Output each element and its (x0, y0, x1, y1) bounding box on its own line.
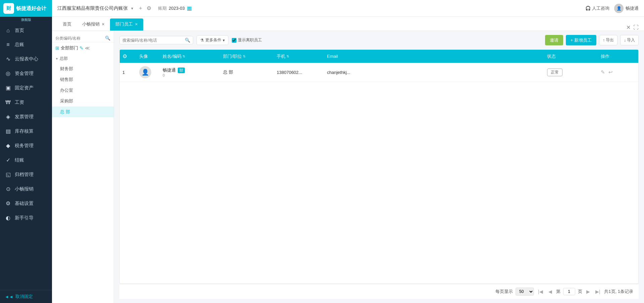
tab-close-all-icon[interactable]: ✕ (626, 24, 631, 31)
dept-collapse-icon[interactable]: ≪ (85, 45, 90, 51)
sidebar-item-tax[interactable]: ◆ 税务管理 (0, 138, 52, 153)
tab-expense-close[interactable]: ✕ (102, 22, 105, 27)
page-label: 页 (578, 289, 582, 295)
sidebar-item-expense[interactable]: ⊙ 小畅报销 (0, 182, 52, 196)
sidebar-item-checkout[interactable]: ✓ 结账 (0, 153, 52, 167)
sidebar-item-label: 资金管理 (15, 71, 34, 77)
tab-home[interactable]: 首页 (57, 18, 77, 31)
th-email: Email (324, 50, 544, 63)
user-menu[interactable]: 👤 畅捷通 (614, 4, 639, 13)
dept-edit-icon[interactable]: ✎ (79, 45, 84, 51)
sidebar-item-inventory[interactable]: ▤ 库存核算 (0, 124, 52, 138)
dept-action-icons: ✎ ≪ (79, 45, 90, 51)
sidebar-nav: ⌂ 首页 ≡ 总账 ∿ 云报表中心 ◎ 资金管理 ▣ 固定资产 ₩ 工资 ◈ 发… (0, 24, 52, 290)
invoice-icon: ◈ (5, 114, 11, 120)
table-row: 1 👤 畅捷通 部 0 总 部 138070602... (120, 63, 638, 82)
show-resigned-checkbox[interactable] (232, 38, 236, 43)
dept-item-purchase[interactable]: 采购部 (52, 96, 114, 106)
prev-page-button[interactable]: ◀ (547, 288, 553, 295)
sidebar-item-payroll[interactable]: ₩ 工资 (0, 95, 52, 110)
emp-search-icon[interactable]: 🔍 (185, 38, 190, 43)
th-dept-label: 部门/职位 (223, 53, 242, 59)
grid-icon: ⊞ (55, 45, 59, 51)
app-logo: 财 畅捷通好会计 (0, 0, 52, 17)
tab-expand-icon[interactable]: ⛶ (633, 25, 639, 31)
sidebar-item-archive[interactable]: ◱ 归档管理 (0, 167, 52, 182)
sidebar-item-settings[interactable]: ⚙ 基础设置 (0, 196, 52, 211)
period-value: 2023-03 (169, 6, 185, 11)
td-status: 正常 (544, 65, 598, 80)
reports-icon: ∿ (5, 56, 11, 62)
th-status: 状态 (544, 50, 598, 63)
emp-search-input[interactable] (122, 38, 183, 43)
topbar-settings-icon[interactable]: ⚙ (147, 5, 151, 11)
export-button[interactable]: ↑ 导出 (599, 35, 618, 45)
payroll-icon: ₩ (5, 99, 11, 105)
logout-icon[interactable]: ↩ (608, 69, 613, 75)
td-email: chanjethkj... (324, 67, 544, 78)
page-input[interactable] (563, 288, 575, 295)
page-size-select[interactable]: 50 10 20 100 (516, 288, 534, 296)
invite-button[interactable]: 邀请 (545, 35, 563, 45)
th-dept-position[interactable]: 部门/职位 ⇅ (220, 50, 274, 63)
th-settings[interactable]: ⚙ (120, 50, 137, 63)
cancel-pin-button[interactable]: ◄◄ 取消固定 (0, 290, 52, 303)
main-area: 江西服宝精品有限责任公司内账张 ▾ ＋ ⚙ 账期 2023-03 ▦ 🎧 人工咨… (52, 0, 644, 303)
sidebar-item-reports[interactable]: ∿ 云报表中心 (0, 52, 52, 66)
company-dropdown-icon[interactable]: ▾ (131, 6, 133, 11)
dept-tree: 总部 财务部 销售部 办公室 采购部 总 部 (52, 54, 114, 117)
page-di-label: 第 (556, 289, 560, 295)
add-emp-button[interactable]: + 新增员工 (566, 35, 596, 45)
sidebar-item-invoice[interactable]: ◈ 发票管理 (0, 110, 52, 124)
checkout-icon: ✓ (5, 157, 11, 163)
emp-search-box[interactable]: 🔍 (119, 36, 193, 44)
export-icon: ↑ (603, 38, 605, 43)
dept-item-general[interactable]: 总 部 (52, 106, 114, 117)
toolbar: 🔍 ⚗ 更多条件 ▾ 显示离职员工 邀请 + 新增员工 ↑ 导出 (119, 35, 639, 45)
tab-expense[interactable]: 小畅报销 ✕ (77, 18, 110, 31)
tab-dept-emp-close[interactable]: ✕ (135, 22, 138, 27)
dept-search-input[interactable] (55, 36, 103, 41)
td-dept: 总 部 (220, 66, 274, 79)
sidebar-item-fixed-assets[interactable]: ▣ 固定资产 (0, 81, 52, 95)
next-page-button[interactable]: ▶ (585, 288, 591, 295)
sidebar-item-fund[interactable]: ◎ 资金管理 (0, 66, 52, 81)
calendar-icon[interactable]: ▦ (187, 5, 192, 11)
filter-label: 更多条件 (205, 37, 221, 43)
dept-group-root[interactable]: 总部 (52, 54, 114, 63)
dept-search-box[interactable]: 🔍 (52, 34, 114, 42)
td-index: 1 (120, 67, 137, 78)
tabbar: 首页 小畅报销 ✕ 部门员工 ✕ ✕ ⛶ (52, 17, 644, 31)
sidebar-item-label: 固定资产 (15, 85, 34, 91)
th-phone[interactable]: 手机 ⇅ (274, 50, 324, 63)
last-page-button[interactable]: ▶| (594, 288, 602, 295)
dept-search-icon[interactable]: 🔍 (105, 36, 110, 41)
td-name-code: 畅捷通 部 0 (160, 64, 220, 81)
import-button[interactable]: ↓ 导入 (620, 35, 639, 45)
sidebar-item-general-ledger[interactable]: ≡ 总账 (0, 38, 52, 52)
fund-icon: ◎ (5, 70, 11, 77)
page-size-label: 每页显示 (495, 289, 513, 295)
archive-icon: ◱ (5, 171, 11, 178)
tab-home-label: 首页 (63, 21, 71, 27)
add-company-icon[interactable]: ＋ (138, 5, 143, 12)
all-dept-button[interactable]: ⊞ 全部部门 ✎ ≪ (52, 42, 114, 54)
dept-item-office[interactable]: 办公室 (52, 85, 114, 96)
tab-dept-emp[interactable]: 部门员工 ✕ (110, 18, 143, 31)
th-name-code[interactable]: 姓名/编码 ⇅ (160, 50, 220, 63)
expense-icon: ⊙ (5, 186, 11, 192)
first-page-button[interactable]: |◀ (537, 288, 544, 295)
sidebar-item-label: 发票管理 (15, 114, 34, 120)
dept-item-sales[interactable]: 销售部 (52, 74, 114, 85)
dept-item-finance[interactable]: 财务部 (52, 63, 114, 74)
sidebar-item-label: 总账 (15, 42, 24, 48)
right-panel: 🔍 ⚗ 更多条件 ▾ 显示离职员工 邀请 + 新增员工 ↑ 导出 (114, 31, 644, 303)
consult-button[interactable]: 🎧 人工咨询 (585, 5, 609, 11)
filter-button[interactable]: ⚗ 更多条件 ▾ (197, 35, 228, 45)
edit-icon[interactable]: ✎ (601, 69, 605, 75)
th-avatar: 头像 (137, 50, 160, 63)
show-resigned-toggle[interactable]: 显示离职员工 (232, 37, 262, 43)
export-label: 导出 (606, 37, 614, 43)
sidebar-item-guide[interactable]: ◐ 新手引导 (0, 211, 52, 225)
sidebar-item-home[interactable]: ⌂ 首页 (0, 24, 52, 38)
